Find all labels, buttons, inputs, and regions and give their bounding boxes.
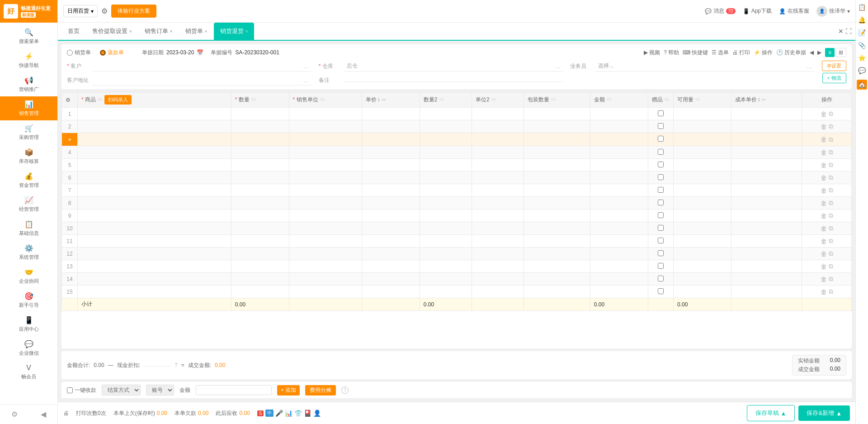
row-2-copy-icon[interactable]: ⧉ bbox=[829, 123, 833, 130]
row-3-sale-unit[interactable] bbox=[289, 133, 362, 146]
right-panel-icon-7[interactable]: 🏠 bbox=[857, 80, 867, 90]
sidebar-item-wechat[interactable]: 💬 企业微信 bbox=[0, 336, 57, 360]
row-1-sale-unit[interactable] bbox=[289, 108, 362, 120]
sidebar-item-marketing[interactable]: 📢 营销推广 bbox=[0, 72, 57, 96]
tab-sale-return-close[interactable]: × bbox=[245, 29, 248, 34]
row-2-gift[interactable] bbox=[648, 120, 673, 133]
address-dots-icon[interactable]: ... bbox=[303, 76, 309, 84]
row-1-quantity2[interactable] bbox=[420, 108, 472, 120]
row-1-copy-icon[interactable]: ⧉ bbox=[829, 110, 833, 118]
sidebar-settings-btn[interactable]: ⚙ bbox=[9, 408, 19, 420]
settings-btn[interactable]: ⚙设置 bbox=[822, 61, 846, 71]
row-15-copy-icon[interactable]: ⧉ bbox=[829, 288, 833, 295]
radio-sale-bill[interactable]: 销货单 bbox=[67, 49, 91, 57]
row-3-gift-checkbox[interactable] bbox=[658, 136, 664, 142]
row-10-delete-icon[interactable]: 🗑 bbox=[821, 225, 827, 232]
online-service-btn[interactable]: 👤 在线客服 bbox=[779, 7, 809, 15]
fee-split-button[interactable]: 费用分摊 bbox=[305, 385, 336, 395]
prev-btn[interactable]: ◀ bbox=[810, 49, 814, 56]
row-7-delete-icon[interactable]: 🗑 bbox=[821, 187, 827, 194]
user-avatar[interactable]: 👤 徐泽华 ▾ bbox=[816, 6, 850, 17]
row-2-quantity[interactable] bbox=[231, 120, 289, 133]
row-2-delete-icon[interactable]: 🗑 bbox=[821, 123, 827, 130]
row-15-delete-icon[interactable]: 🗑 bbox=[821, 288, 827, 295]
history-btn[interactable]: 🕐 历史单据 bbox=[776, 49, 806, 57]
account-select[interactable]: 账号 bbox=[146, 385, 174, 395]
video-btn[interactable]: ▶ 视频 bbox=[644, 49, 660, 57]
add-row-button[interactable]: + bbox=[66, 135, 74, 143]
sidebar-item-finance[interactable]: 💰 资金管理 bbox=[0, 168, 57, 192]
sidebar-item-newguide[interactable]: 🎯 新手引导 bbox=[0, 288, 57, 312]
add-logistics-btn[interactable]: + 物流 bbox=[822, 73, 846, 83]
tab-sale-order-close[interactable]: × bbox=[170, 29, 173, 34]
calendar-icon[interactable]: 📅 bbox=[197, 49, 203, 56]
row-2-amount[interactable] bbox=[590, 120, 648, 133]
row-3-amount[interactable] bbox=[590, 133, 648, 146]
sidebar-item-system[interactable]: ⚙️ 系统管理 bbox=[0, 240, 57, 264]
one-click-payment-label[interactable]: 一键收款 bbox=[67, 386, 96, 394]
app-download-btn[interactable]: 📱 App下载 bbox=[743, 7, 772, 15]
row-6-copy-icon[interactable]: ⧉ bbox=[829, 174, 833, 181]
row-3-unit-price[interactable] bbox=[362, 133, 420, 146]
sidebar-item-search[interactable]: 🔍 搜索菜单 bbox=[0, 24, 57, 48]
row-12-copy-icon[interactable]: ⧉ bbox=[829, 250, 833, 257]
next-btn[interactable]: ▶ bbox=[817, 49, 821, 56]
row-3-pkg-quantity[interactable] bbox=[524, 133, 590, 146]
row-2-unit2[interactable] bbox=[472, 120, 524, 133]
operate-btn[interactable]: ⚡ 操作 bbox=[754, 49, 773, 57]
row-2-gift-checkbox[interactable] bbox=[658, 123, 664, 129]
row-14-delete-icon[interactable]: 🗑 bbox=[821, 276, 827, 283]
remark-input[interactable] bbox=[344, 79, 563, 82]
row-4-delete-icon[interactable]: 🗑 bbox=[821, 149, 827, 156]
right-panel-icon-1[interactable]: 📋 bbox=[858, 4, 866, 11]
row-3-copy-icon[interactable]: ⧉ bbox=[829, 136, 833, 143]
shortcut-btn[interactable]: ⌨ 快捷键 bbox=[683, 49, 708, 57]
row-1-unit2[interactable] bbox=[472, 108, 524, 120]
row-2-sale-unit[interactable] bbox=[289, 120, 362, 133]
row-2-product[interactable] bbox=[78, 120, 231, 133]
print-btn[interactable]: 🖨 打印 bbox=[732, 49, 750, 57]
salesperson-dots-icon[interactable]: ... bbox=[807, 62, 812, 70]
row-3-quantity[interactable] bbox=[231, 133, 289, 146]
row-3-product-input[interactable] bbox=[81, 136, 227, 143]
tab-sale-bill-close[interactable]: × bbox=[205, 29, 208, 34]
row-3-unit2[interactable] bbox=[472, 133, 524, 146]
sidebar-item-appcenter[interactable]: 📱 应用中心 bbox=[0, 312, 57, 336]
row-11-copy-icon[interactable]: ⧉ bbox=[829, 237, 833, 245]
sidebar-item-enterprise[interactable]: 🤝 企业协同 bbox=[0, 264, 57, 288]
tab-sale-price-close[interactable]: × bbox=[129, 29, 132, 34]
row-1-cost-price[interactable] bbox=[731, 108, 802, 120]
row-4-copy-icon[interactable]: ⧉ bbox=[829, 148, 833, 156]
sidebar-item-purchase[interactable]: 🛒 采购管理 bbox=[0, 120, 57, 144]
tab-expand-icon[interactable]: ⛶ bbox=[845, 28, 852, 35]
save-new-button[interactable]: 保存&新增 ▲ bbox=[798, 405, 850, 421]
view-grid-btn[interactable]: ⊞ bbox=[835, 48, 846, 57]
tab-sale-return[interactable]: 销货退货 × bbox=[214, 23, 255, 41]
row-1-delete-icon[interactable]: 🗑 bbox=[821, 110, 827, 118]
one-click-payment-checkbox[interactable] bbox=[67, 387, 73, 393]
row-3-available[interactable] bbox=[673, 133, 731, 146]
row-3-cost-price[interactable] bbox=[731, 133, 802, 146]
customer-input[interactable]: ... bbox=[92, 61, 311, 71]
row-1-available[interactable] bbox=[673, 108, 731, 120]
radio-sale-return-input[interactable] bbox=[100, 50, 106, 56]
discount-input[interactable] bbox=[144, 364, 171, 367]
row-9-copy-icon[interactable]: ⧉ bbox=[829, 212, 833, 219]
row-3-product[interactable] bbox=[78, 133, 231, 146]
view-list-btn[interactable]: ≡ bbox=[825, 48, 835, 57]
row-3-delete-icon[interactable]: 🗑 bbox=[821, 136, 827, 143]
table-settings-icon[interactable]: ⚙ bbox=[66, 97, 71, 103]
row-1-product[interactable] bbox=[78, 108, 231, 120]
right-panel-icon-2[interactable]: 🔔 bbox=[858, 16, 866, 24]
barcode-scan-btn[interactable]: 扫码录入 bbox=[104, 95, 132, 105]
right-panel-icon-4[interactable]: 📎 bbox=[858, 42, 866, 49]
try-solution-button[interactable]: 体验行业方案 bbox=[111, 5, 156, 18]
row-2-pkg-quantity[interactable] bbox=[524, 120, 590, 133]
sidebar-collapse-btn[interactable]: ◀ bbox=[39, 408, 48, 420]
row-8-delete-icon[interactable]: 🗑 bbox=[821, 200, 827, 207]
tab-sale-order[interactable]: 销售订单 × bbox=[138, 23, 179, 41]
row-1-pkg-quantity[interactable] bbox=[524, 108, 590, 120]
row-3-quantity2[interactable] bbox=[420, 133, 472, 146]
tab-close-all-icon[interactable]: ✕ bbox=[838, 28, 844, 35]
row-2-quantity2[interactable] bbox=[420, 120, 472, 133]
